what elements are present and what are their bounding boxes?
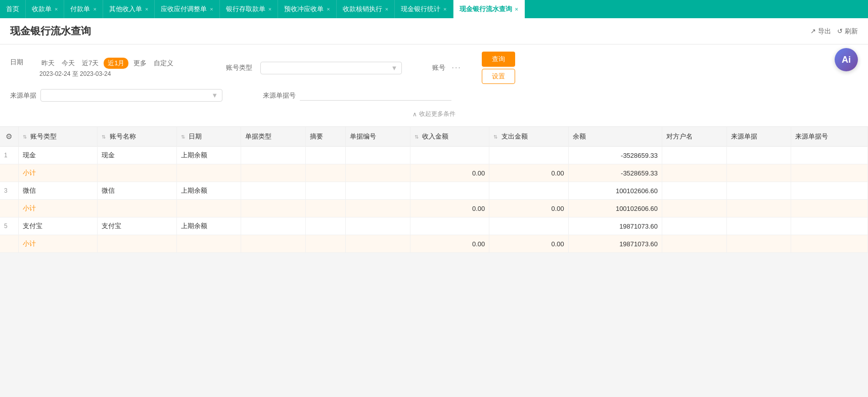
table-cell: 0.00 bbox=[410, 200, 489, 217]
nav-tab-advance-offset[interactable]: 预收冲应收单 × bbox=[278, 0, 336, 18]
ai-label: Ai bbox=[842, 55, 851, 65]
table-cell bbox=[346, 147, 410, 164]
table-cell: 现金 bbox=[18, 147, 98, 164]
col-expense[interactable]: ⇅ 支出金额 bbox=[489, 127, 569, 147]
date-shortcut-custom[interactable]: 自定义 bbox=[152, 58, 175, 69]
table-cell bbox=[410, 217, 489, 235]
table-cell bbox=[241, 200, 306, 217]
nav-tab-receipt[interactable]: 收款单 × bbox=[26, 0, 64, 18]
nav-tab-home[interactable]: 首页 bbox=[0, 0, 26, 18]
table-cell bbox=[726, 217, 791, 235]
nav-tab-bank-deposit[interactable]: 银行存取款单 × bbox=[220, 0, 278, 18]
source-doc-select[interactable]: ▼ bbox=[40, 89, 222, 102]
table-cell bbox=[98, 164, 177, 182]
filter-row-1: 日期 昨天 今天 近7天 近1月 更多 自定义 2023-02-24 至 202… bbox=[10, 52, 858, 84]
action-buttons: 查询 设置 bbox=[482, 52, 515, 84]
nav-tab-bank-deposit-label: 银行存取款单 bbox=[226, 5, 265, 14]
table-cell bbox=[662, 164, 727, 182]
sort-account-type-icon: ⇅ bbox=[23, 134, 27, 140]
account-label: 账号 bbox=[432, 63, 447, 72]
nav-tab-payment-label: 付款单 bbox=[70, 5, 90, 14]
table-cell bbox=[410, 182, 489, 200]
sort-income-icon: ⇅ bbox=[415, 134, 419, 140]
table-row: 小计0.000.0019871073.60 bbox=[0, 235, 868, 253]
nav-tab-cash-stats[interactable]: 现金银行统计 × bbox=[395, 0, 453, 18]
nav-tab-other-income[interactable]: 其他收入单 × bbox=[103, 0, 155, 18]
col-doc-num: 单据编号 bbox=[346, 127, 410, 147]
table-settings-icon[interactable]: ⚙ bbox=[6, 132, 12, 141]
nav-tab-cash-flow[interactable]: 现金银行流水查询 × bbox=[453, 0, 525, 18]
filter-row-2: 来源单据 ▼ 来源单据号 bbox=[10, 89, 858, 102]
source-doc-num-input[interactable] bbox=[300, 91, 451, 101]
close-payment-icon[interactable]: × bbox=[93, 6, 96, 12]
nav-tab-writeoff[interactable]: 收款核销执行 × bbox=[337, 0, 395, 18]
nav-tab-advance-offset-label: 预收冲应收单 bbox=[284, 5, 324, 14]
col-account-type[interactable]: ⇅ 账号类型 bbox=[18, 127, 98, 147]
table-cell bbox=[410, 147, 489, 164]
table-cell: 上期余额 bbox=[176, 217, 241, 235]
table-cell bbox=[241, 164, 306, 182]
account-more-icon[interactable]: ··· bbox=[451, 63, 461, 72]
table-cell bbox=[726, 147, 791, 164]
table-cell bbox=[726, 182, 791, 200]
close-cash-flow-icon[interactable]: × bbox=[515, 6, 518, 12]
table-cell bbox=[176, 235, 241, 253]
col-account-name[interactable]: ⇅ 账号名称 bbox=[98, 127, 177, 147]
table-cell: 上期余额 bbox=[176, 182, 241, 200]
close-writeoff-icon[interactable]: × bbox=[385, 6, 388, 12]
table-cell bbox=[489, 147, 569, 164]
col-date[interactable]: ⇅ 日期 bbox=[176, 127, 241, 147]
date-shortcut-1month[interactable]: 近1月 bbox=[104, 58, 128, 69]
table-cell: 0.00 bbox=[489, 164, 569, 182]
table-cell bbox=[241, 235, 306, 253]
row-num-cell: 5 bbox=[0, 217, 18, 235]
account-type-select[interactable]: ▼ bbox=[260, 62, 402, 74]
close-bank-deposit-icon[interactable]: × bbox=[268, 6, 271, 12]
col-income[interactable]: ⇅ 收入金额 bbox=[410, 127, 489, 147]
col-balance: 余额 bbox=[568, 127, 662, 147]
collapse-bar[interactable]: ∧ 收起更多条件 bbox=[10, 107, 858, 119]
refresh-button[interactable]: ↺ 刷新 bbox=[837, 27, 858, 36]
account-type-label: 账号类型 bbox=[226, 63, 256, 72]
table-cell bbox=[489, 217, 569, 235]
table-cell: 0.00 bbox=[410, 235, 489, 253]
close-ar-ap-adjust-icon[interactable]: × bbox=[210, 6, 213, 12]
table-cell: 小计 bbox=[18, 164, 98, 182]
table-cell bbox=[305, 235, 346, 253]
page-title: 现金银行流水查询 bbox=[10, 24, 91, 38]
sort-date-icon: ⇅ bbox=[181, 134, 185, 140]
table-cell bbox=[662, 217, 727, 235]
nav-tab-ar-ap-adjust[interactable]: 应收应付调整单 × bbox=[155, 0, 219, 18]
ai-badge[interactable]: Ai bbox=[835, 48, 858, 71]
table-row: 5支付宝支付宝上期余额19871073.60 bbox=[0, 217, 868, 235]
date-shortcut-7days[interactable]: 近7天 bbox=[80, 58, 101, 69]
table-header-row: ⚙ ⇅ 账号类型 ⇅ 账号名称 ⇅ 日期 单据类型 摘要 bbox=[0, 127, 868, 147]
table-cell: 支付宝 bbox=[98, 217, 177, 235]
close-receipt-icon[interactable]: × bbox=[55, 6, 58, 12]
date-shortcut-today[interactable]: 今天 bbox=[60, 58, 77, 69]
row-num-cell: 3 bbox=[0, 182, 18, 200]
account-type-filter: 账号类型 ▼ bbox=[226, 62, 402, 74]
close-cash-stats-icon[interactable]: × bbox=[443, 6, 446, 12]
table-cell bbox=[791, 235, 868, 253]
table-cell: 19871073.60 bbox=[568, 217, 662, 235]
date-shortcut-more[interactable]: 更多 bbox=[131, 58, 149, 69]
export-label: 导出 bbox=[818, 27, 831, 36]
close-other-income-icon[interactable]: × bbox=[145, 6, 148, 12]
nav-tab-payment[interactable]: 付款单 × bbox=[64, 0, 103, 18]
source-doc-filter: 来源单据 ▼ bbox=[10, 89, 222, 102]
table-cell bbox=[662, 200, 727, 217]
row-num-cell bbox=[0, 200, 18, 217]
query-button[interactable]: 查询 bbox=[482, 52, 515, 67]
nav-tab-receipt-label: 收款单 bbox=[32, 5, 52, 14]
date-shortcut-yesterday[interactable]: 昨天 bbox=[39, 58, 57, 69]
table-cell bbox=[791, 147, 868, 164]
table-cell bbox=[305, 147, 346, 164]
settings-button[interactable]: 设置 bbox=[482, 69, 515, 84]
table-cell bbox=[241, 217, 306, 235]
table-cell bbox=[305, 200, 346, 217]
table-cell: -3528659.33 bbox=[568, 147, 662, 164]
close-advance-offset-icon[interactable]: × bbox=[327, 6, 330, 12]
table-cell bbox=[176, 200, 241, 217]
export-button[interactable]: ↗ 导出 bbox=[810, 27, 831, 36]
